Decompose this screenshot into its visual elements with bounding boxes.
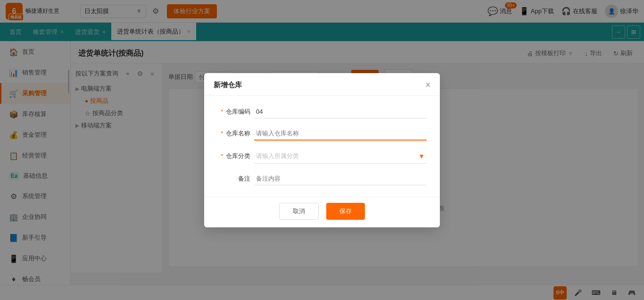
category-label: * 仓库分类	[217, 152, 250, 160]
code-field-row: * 仓库编码	[217, 105, 427, 118]
modal-footer: 取消 保存	[204, 197, 440, 227]
category-field-row: * 仓库分类 请输入所属分类 ▼	[217, 149, 427, 164]
modal-header: 新增仓库 ×	[204, 73, 440, 96]
category-dropdown-icon: ▼	[418, 152, 425, 160]
modal-title: 新增仓库	[214, 81, 242, 90]
name-label: * 仓库名称	[217, 129, 250, 138]
remark-label: 备注	[217, 175, 250, 183]
name-field-row: * 仓库名称	[217, 127, 427, 141]
modal-body: * 仓库编码 * 仓库名称 * 仓库分类 请输入所属	[204, 96, 440, 197]
save-button[interactable]: 保存	[326, 203, 365, 220]
modal-close-button[interactable]: ×	[425, 81, 430, 89]
warehouse-remark-input[interactable]	[254, 172, 427, 185]
modal-overlay: 新增仓库 × * 仓库编码 * 仓库名称	[0, 0, 644, 300]
code-label: * 仓库编码	[217, 108, 250, 116]
add-warehouse-modal: 新增仓库 × * 仓库编码 * 仓库名称	[204, 73, 440, 227]
cancel-button[interactable]: 取消	[279, 203, 319, 220]
warehouse-code-input[interactable]	[254, 105, 427, 118]
remark-field-row: 备注	[217, 172, 427, 185]
category-select[interactable]: 请输入所属分类 ▼	[254, 149, 427, 164]
warehouse-name-input[interactable]	[254, 127, 427, 141]
